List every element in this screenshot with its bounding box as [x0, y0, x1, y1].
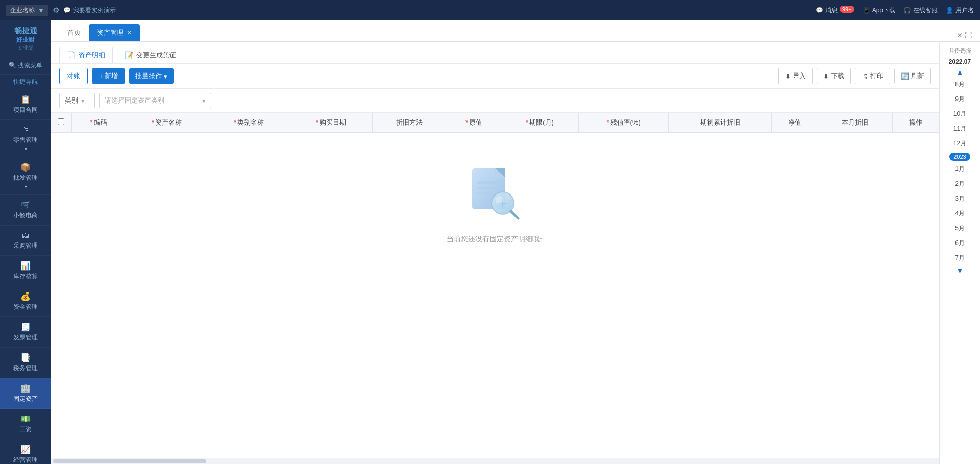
- month-2023-3[interactable]: 3月: [945, 192, 975, 206]
- refresh-label: 刷新: [911, 71, 924, 81]
- purchase-icon: 🗂: [21, 231, 30, 240]
- svg-rect-5: [477, 192, 493, 194]
- company-selector[interactable]: 企业名称 ▼: [6, 5, 48, 16]
- sidebar-item-inventory[interactable]: 📊 库存核算: [0, 256, 51, 286]
- horizontal-scrollbar[interactable]: [51, 458, 939, 464]
- tab-close-icon[interactable]: ✕: [127, 29, 132, 36]
- category-type-select[interactable]: 类别 ▾: [59, 93, 95, 108]
- sidebar-item-purchase[interactable]: 🗂 采购管理: [0, 226, 51, 256]
- month-2023-2[interactable]: 2月: [945, 177, 975, 191]
- category-type-label: 类别: [65, 96, 78, 105]
- sidebar-item-operation[interactable]: 📈 经营管理: [0, 439, 51, 464]
- username: 用户名: [955, 6, 974, 15]
- change-voucher-label: 变更生成凭证: [136, 51, 176, 60]
- sidebar-search[interactable]: 🔍 搜索菜单: [0, 57, 51, 75]
- import-button[interactable]: ⬇ 导入: [778, 68, 813, 84]
- message-button[interactable]: 💬 消息 99+: [816, 6, 854, 15]
- message-icon: 💬: [816, 7, 823, 14]
- operation-icon: 📈: [20, 445, 31, 454]
- month-2023-7[interactable]: 7月: [945, 251, 975, 265]
- month-panel-header: 月份选择: [949, 45, 971, 57]
- batch-button[interactable]: 批量操作 ▾: [129, 68, 174, 84]
- sidebar-item-retail[interactable]: 🛍 零售管理 ▾: [0, 120, 51, 157]
- month-2023-6[interactable]: 6月: [945, 236, 975, 250]
- window-maximize-icon[interactable]: ⛶: [965, 31, 972, 39]
- year-2023-badge: 2023: [949, 153, 970, 160]
- settings-button[interactable]: ⚙: [53, 6, 59, 15]
- window-close-icon[interactable]: ✕: [957, 31, 963, 39]
- refresh-button[interactable]: 🔄 刷新: [894, 68, 931, 84]
- month-12[interactable]: 12月: [945, 137, 975, 151]
- table-container: *编码 *资产名称 *类别名称 *购买日期 折旧方法 *原值 *期限(月) *残…: [51, 113, 939, 458]
- month-2023-4[interactable]: 4月: [945, 207, 975, 221]
- th-original-value: *原值: [447, 113, 501, 133]
- sidebar-item-ecom[interactable]: 🛒 小畅电商: [0, 195, 51, 226]
- tab-asset-mgmt[interactable]: 资产管理 ✕: [89, 24, 140, 41]
- app-name: 畅捷通 好业财: [4, 26, 47, 44]
- demo-link[interactable]: 💬 我要看实例演示: [63, 6, 116, 15]
- wholesale-icon: 📦: [20, 162, 31, 172]
- sidebar-item-label-asset: 固定资产: [13, 395, 38, 403]
- app-download-label: App下载: [872, 6, 895, 15]
- invoice-icon: 🧾: [20, 322, 31, 332]
- sidebar-item-label-operation: 经营管理: [13, 456, 38, 464]
- dropdown-icon: ▼: [38, 7, 44, 14]
- sidebar-item-label-wholesale: 批发管理: [13, 174, 38, 182]
- sidebar-item-label-project: 项目合同: [13, 106, 38, 114]
- sidebar-item-project[interactable]: 📋 项目合同: [0, 89, 51, 120]
- top-bar-left: 企业名称 ▼ ⚙ 💬 我要看实例演示: [6, 5, 116, 16]
- sub-tab-asset-detail[interactable]: 📄 资产明细: [59, 47, 113, 63]
- category-select[interactable]: 请选择固定资产类别 ▾: [99, 93, 211, 108]
- month-11[interactable]: 11月: [945, 122, 975, 136]
- user-avatar[interactable]: 👤 用户名: [946, 6, 974, 15]
- th-depreciation-method: 折旧方法: [372, 113, 447, 133]
- month-nav-up[interactable]: ▲: [955, 67, 965, 77]
- download-button[interactable]: ⬇ 下载: [817, 68, 851, 84]
- th-name: *资产名称: [126, 113, 208, 133]
- month-10[interactable]: 10月: [945, 107, 975, 121]
- import-icon: ⬇: [785, 72, 791, 80]
- sidebar-item-label-salary: 工资: [19, 425, 32, 434]
- sidebar-item-invoice[interactable]: 🧾 发票管理: [0, 317, 51, 348]
- sidebar-item-tax[interactable]: 📑 税务管理: [0, 348, 51, 378]
- reconcile-label: 对账: [67, 71, 80, 81]
- current-month-display: 2022.07: [949, 57, 971, 67]
- month-2023-5[interactable]: 5月: [945, 222, 975, 235]
- sidebar-item-asset[interactable]: 🏢 固定资产: [0, 378, 51, 409]
- sidebar-item-wholesale[interactable]: 📦 批发管理 ▾: [0, 157, 51, 195]
- asset-icon: 🏢: [20, 383, 31, 393]
- tab-home[interactable]: 首页: [59, 24, 89, 41]
- sidebar-item-label-tax: 税务管理: [13, 364, 38, 373]
- month-9[interactable]: 9月: [945, 92, 975, 106]
- tax-icon: 📑: [20, 353, 31, 362]
- month-nav-down[interactable]: ▼: [955, 265, 965, 276]
- add-button[interactable]: + 新增: [92, 68, 125, 84]
- search-icon: 🔍: [9, 62, 16, 69]
- reconcile-button[interactable]: 对账: [59, 68, 88, 84]
- month-2023-1[interactable]: 1月: [945, 162, 975, 176]
- print-label: 打印: [870, 71, 884, 81]
- app-download-button[interactable]: 📱 App下载: [863, 6, 895, 15]
- page-content: 📄 资产明细 📝 变更生成凭证 对账 + 新增: [51, 42, 980, 464]
- sidebar-item-salary[interactable]: 💵 工资: [0, 409, 51, 439]
- print-button[interactable]: 🖨 打印: [855, 68, 890, 84]
- online-service-button[interactable]: 🎧 在线客服: [903, 6, 938, 15]
- print-icon: 🖨: [862, 72, 868, 80]
- sidebar-nav[interactable]: 快捷导航: [0, 75, 51, 89]
- toolbar-right: ⬇ 导入 ⬇ 下载 🖨 打印 🔄 刷新: [778, 68, 931, 84]
- inventory-icon: 📊: [20, 261, 31, 271]
- content-area: 首页 资产管理 ✕ ✕ ⛶ 📄 资产明细: [51, 20, 980, 464]
- sidebar-item-fund[interactable]: 💰 资金管理: [0, 286, 51, 317]
- refresh-icon: 🔄: [901, 72, 909, 80]
- batch-label: 批量操作: [135, 71, 162, 81]
- arrow-icon2: ▾: [24, 184, 27, 189]
- main-layout: 畅捷通 好业财 专业版 🔍 搜索菜单 快捷导航 📋 项目合同 🛍 零售管理 ▾ …: [0, 20, 980, 464]
- sub-tab-change-voucher[interactable]: 📝 变更生成凭证: [117, 47, 184, 63]
- th-net-value: 净值: [771, 113, 818, 133]
- empty-illustration: [464, 163, 526, 225]
- select-all-checkbox[interactable]: [58, 118, 64, 125]
- th-monthly-depreciation: 本月折旧: [818, 113, 892, 133]
- avatar-icon: 👤: [946, 7, 953, 14]
- svg-rect-3: [477, 181, 498, 184]
- month-8[interactable]: 8月: [945, 78, 975, 91]
